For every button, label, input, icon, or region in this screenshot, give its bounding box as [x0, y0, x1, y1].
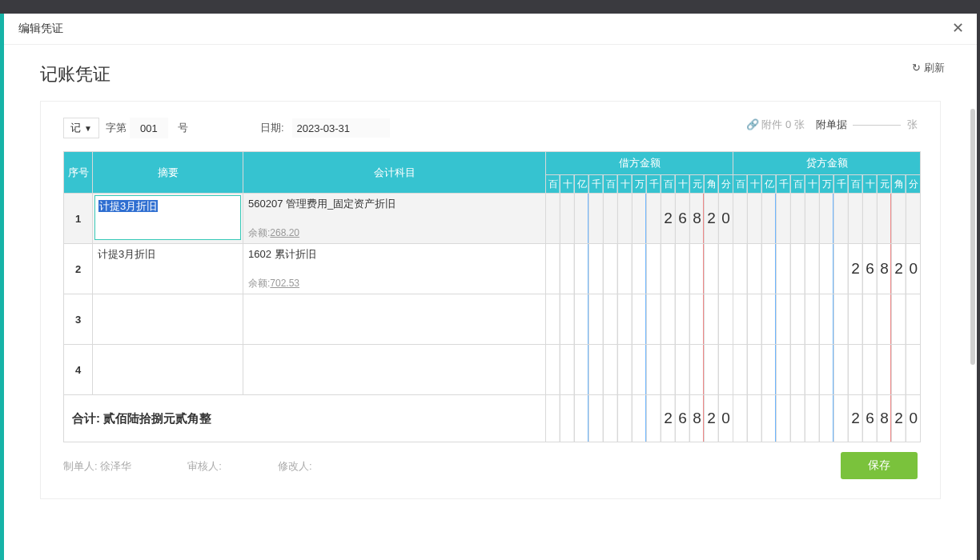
debit-digit[interactable]	[719, 294, 733, 345]
debit-digit[interactable]	[676, 294, 690, 345]
credit-digit[interactable]	[748, 345, 762, 395]
debit-digit[interactable]	[575, 345, 589, 395]
credit-digit[interactable]	[863, 294, 878, 345]
debit-digit[interactable]	[618, 244, 633, 294]
debit-digit[interactable]	[690, 345, 705, 395]
debit-digit[interactable]	[589, 345, 604, 395]
debit-digit[interactable]	[618, 294, 633, 345]
credit-digit[interactable]	[878, 294, 892, 345]
credit-digit[interactable]	[878, 345, 892, 395]
voucher-no-input[interactable]	[130, 118, 168, 138]
credit-digit[interactable]	[762, 345, 777, 395]
credit-digit[interactable]	[892, 294, 906, 345]
debit-digit[interactable]	[560, 244, 575, 294]
table-row[interactable]: 3	[64, 294, 921, 345]
credit-digit[interactable]	[791, 345, 805, 395]
subject-cell[interactable]: 1602 累计折旧余额:702.53	[243, 244, 546, 294]
credit-digit[interactable]	[748, 244, 762, 294]
save-button[interactable]: 保存	[841, 452, 918, 479]
debit-digit[interactable]	[690, 244, 705, 294]
debit-digit[interactable]	[560, 345, 575, 395]
credit-digit[interactable]: 2	[892, 244, 906, 294]
debit-digit[interactable]	[546, 294, 560, 345]
credit-digit[interactable]: 0	[906, 244, 921, 294]
credit-digit[interactable]	[820, 244, 834, 294]
debit-digit[interactable]	[604, 345, 618, 395]
summary-cell[interactable]	[93, 294, 243, 345]
credit-digit[interactable]	[892, 345, 906, 395]
credit-digit[interactable]	[878, 194, 892, 244]
summary-cell[interactable]	[93, 345, 243, 395]
credit-digit[interactable]	[834, 294, 849, 345]
debit-digit[interactable]	[604, 244, 618, 294]
debit-digit[interactable]	[647, 244, 661, 294]
debit-digit[interactable]	[618, 345, 633, 395]
credit-digit[interactable]	[892, 194, 906, 244]
credit-digit[interactable]	[777, 345, 791, 395]
credit-digit[interactable]	[834, 244, 849, 294]
credit-digit[interactable]	[777, 294, 791, 345]
debit-digit[interactable]: 0	[719, 194, 733, 244]
voucher-type-select[interactable]: 记 ▼	[63, 118, 99, 138]
bdj-input[interactable]	[853, 125, 901, 126]
subject-cell[interactable]	[243, 345, 546, 395]
debit-digit[interactable]	[690, 294, 705, 345]
credit-digit[interactable]	[863, 194, 878, 244]
debit-digit[interactable]	[575, 294, 589, 345]
debit-digit[interactable]	[676, 244, 690, 294]
credit-digit[interactable]	[777, 194, 791, 244]
debit-digit[interactable]: 8	[690, 194, 705, 244]
debit-digit[interactable]: 2	[705, 194, 719, 244]
credit-digit[interactable]	[762, 244, 777, 294]
debit-digit[interactable]	[618, 194, 633, 244]
debit-digit[interactable]	[546, 345, 560, 395]
credit-digit[interactable]	[791, 244, 805, 294]
credit-digit[interactable]	[906, 194, 921, 244]
credit-digit[interactable]	[849, 345, 863, 395]
credit-digit[interactable]	[834, 194, 849, 244]
date-input[interactable]	[292, 118, 390, 138]
credit-digit[interactable]	[849, 194, 863, 244]
debit-digit[interactable]	[705, 345, 719, 395]
credit-digit[interactable]	[777, 244, 791, 294]
debit-digit[interactable]	[589, 244, 604, 294]
debit-digit[interactable]	[604, 294, 618, 345]
credit-digit[interactable]	[805, 294, 820, 345]
credit-digit[interactable]	[733, 294, 748, 345]
close-icon[interactable]: ✕	[952, 21, 964, 35]
debit-digit[interactable]	[560, 294, 575, 345]
credit-digit[interactable]	[748, 294, 762, 345]
debit-digit[interactable]	[546, 194, 560, 244]
debit-digit[interactable]	[661, 244, 676, 294]
credit-digit[interactable]	[733, 244, 748, 294]
debit-digit[interactable]	[589, 194, 604, 244]
credit-digit[interactable]	[733, 345, 748, 395]
table-row[interactable]: 2计提3月折旧1602 累计折旧余额:702.5326820	[64, 244, 921, 294]
credit-digit[interactable]	[906, 294, 921, 345]
credit-digit[interactable]	[733, 194, 748, 244]
debit-digit[interactable]	[633, 194, 647, 244]
debit-digit[interactable]	[560, 194, 575, 244]
debit-digit[interactable]	[705, 294, 719, 345]
summary-cell[interactable]: 计提3月折旧	[93, 244, 243, 294]
debit-digit[interactable]	[719, 244, 733, 294]
credit-digit[interactable]	[863, 345, 878, 395]
debit-digit[interactable]: 2	[661, 194, 676, 244]
debit-digit[interactable]	[575, 244, 589, 294]
credit-digit[interactable]	[805, 244, 820, 294]
debit-digit[interactable]	[633, 294, 647, 345]
credit-digit[interactable]	[820, 294, 834, 345]
debit-digit[interactable]	[633, 345, 647, 395]
scrollbar-thumb[interactable]	[970, 109, 975, 365]
credit-digit[interactable]	[820, 345, 834, 395]
debit-digit[interactable]	[647, 345, 661, 395]
debit-digit[interactable]	[546, 244, 560, 294]
credit-digit[interactable]	[762, 294, 777, 345]
credit-digit[interactable]: 8	[878, 244, 892, 294]
debit-digit[interactable]	[633, 244, 647, 294]
debit-digit[interactable]	[719, 345, 733, 395]
attachment-link[interactable]: 🔗 附件 0 张	[746, 118, 805, 132]
credit-digit[interactable]	[805, 194, 820, 244]
table-row[interactable]: 1计提3月折旧560207 管理费用_固定资产折旧余额:268.2026820	[64, 194, 921, 244]
debit-digit[interactable]	[589, 294, 604, 345]
